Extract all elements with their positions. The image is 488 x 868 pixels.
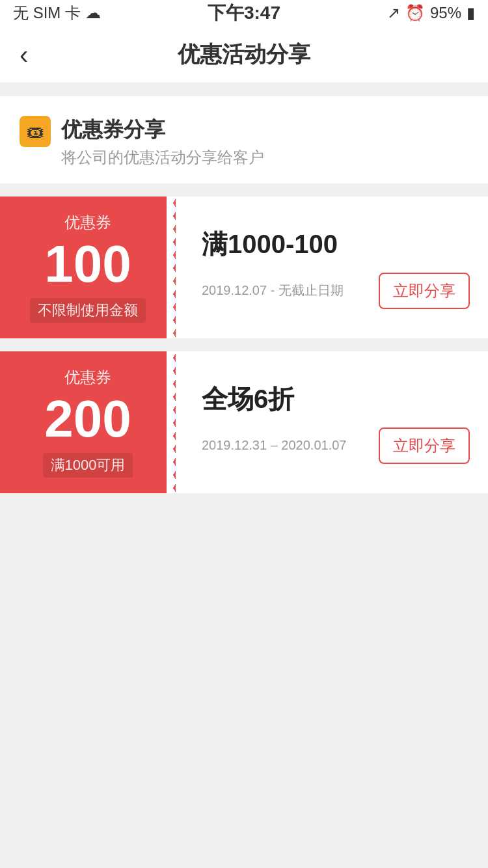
- coupon-footer-0: 2019.12.07 - 无截止日期 立即分享: [202, 273, 470, 309]
- coupon-condition-0: 不限制使用金额: [30, 298, 146, 323]
- nav-bar: ‹ 优惠活动分享: [0, 26, 488, 83]
- coupon-right-1: 全场6折 2019.12.31 – 2020.01.07 立即分享: [176, 351, 488, 493]
- coupon-list: 优惠券 100 不限制使用金额 满1000-100 2019.12.07 - 无…: [0, 197, 488, 506]
- coupon-condition-1: 满1000可用: [43, 453, 133, 478]
- coupon-amount-1: 200: [44, 393, 131, 445]
- coupon-icon-glyph: 🎟: [26, 121, 44, 142]
- coupon-left-0: 优惠券 100 不限制使用金额: [0, 197, 176, 338]
- battery-arrow-icon: ↗: [387, 4, 400, 22]
- coupon-label-0: 优惠券: [64, 212, 111, 233]
- bottom-area: [0, 506, 488, 864]
- back-button[interactable]: ‹: [20, 42, 28, 68]
- section-title: 优惠券分享: [61, 116, 264, 144]
- share-button-1[interactable]: 立即分享: [379, 427, 470, 464]
- battery-icon: ▮: [467, 4, 475, 22]
- page-title: 优惠活动分享: [178, 40, 310, 70]
- section-text-block: 优惠券分享 将公司的优惠活动分享给客户: [61, 116, 264, 168]
- coupon-card: 优惠券 100 不限制使用金额 满1000-100 2019.12.07 - 无…: [0, 197, 488, 338]
- coupon-date-1: 2019.12.31 – 2020.01.07: [202, 438, 371, 453]
- status-time: 下午3:47: [208, 1, 280, 25]
- coupon-label-1: 优惠券: [64, 367, 111, 388]
- coupon-footer-1: 2019.12.31 – 2020.01.07 立即分享: [202, 427, 470, 464]
- coupon-left-1: 优惠券 200 满1000可用: [0, 351, 176, 493]
- battery-percent: 95%: [430, 4, 461, 22]
- section-desc: 将公司的优惠活动分享给客户: [61, 147, 264, 168]
- coupon-right-0: 满1000-100 2019.12.07 - 无截止日期 立即分享: [176, 197, 488, 338]
- coupon-section-icon: 🎟: [20, 116, 51, 147]
- coupon-amount-0: 100: [44, 238, 131, 290]
- section-header: 🎟 优惠券分享 将公司的优惠活动分享给客户: [0, 96, 488, 183]
- coupon-name-1: 全场6折: [202, 381, 470, 417]
- share-button-0[interactable]: 立即分享: [379, 273, 470, 309]
- status-bar: 无 SIM 卡 ☁ 下午3:47 ↗ ⏰ 95% ▮: [0, 0, 488, 26]
- coupon-card: 优惠券 200 满1000可用 全场6折 2019.12.31 – 2020.0…: [0, 351, 488, 493]
- status-left: 无 SIM 卡 ☁: [13, 3, 101, 23]
- status-right: ↗ ⏰ 95% ▮: [387, 4, 475, 22]
- coupon-date-0: 2019.12.07 - 无截止日期: [202, 282, 371, 299]
- sim-text: 无 SIM 卡 ☁: [13, 3, 101, 23]
- coupon-name-0: 满1000-100: [202, 226, 470, 262]
- alarm-icon: ⏰: [405, 4, 425, 22]
